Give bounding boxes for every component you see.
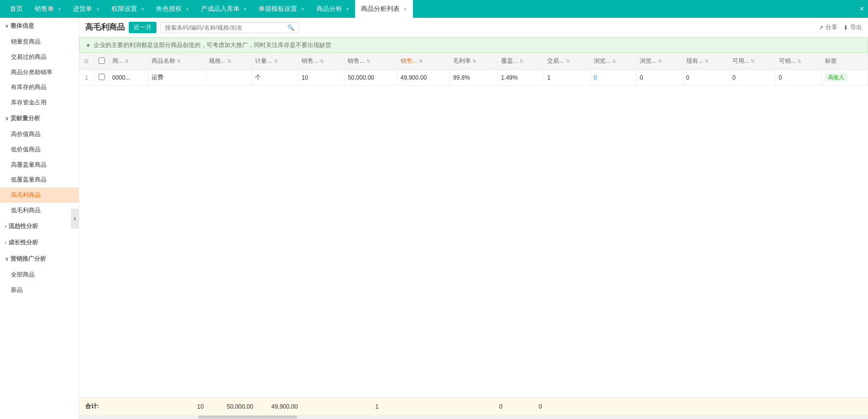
col-coverage[interactable]: 覆盖... ⇅ — [498, 53, 544, 70]
share-icon: ↗ — [818, 24, 823, 31]
sidebar-group-overview[interactable]: ∨ 整体信息 — [0, 18, 79, 34]
group-arrow-growth: › — [5, 240, 6, 245]
nav-role[interactable]: 角色授权 × — [150, 0, 195, 18]
row-current-stock: 0 — [683, 70, 729, 86]
main-content: 高毛利商品 近一月 🔍 ↗ 分享 ⬇ 导出 ✦ 企业的主要的利润都是这部分商品创… — [79, 18, 868, 419]
col-tag[interactable]: 标签 — [821, 53, 868, 70]
footer-current-stock: 0 — [499, 403, 539, 410]
col-name[interactable]: 商品名称 ⇅ — [149, 53, 206, 70]
row-view1-link[interactable]: 0 — [594, 74, 597, 81]
sort-avail-icon: ⇅ — [751, 58, 755, 64]
top-navigation: 首页 销售单 × 进货单 × 权限设置 × 角色授权 × 产成品入库单 × 单据… — [0, 0, 868, 18]
group-arrow-overview: ∨ — [5, 23, 8, 29]
col-view2[interactable]: 浏览... ⇅ — [637, 53, 683, 70]
close-sales-tab[interactable]: × — [58, 0, 61, 18]
col-sale-profit[interactable]: 销售... ⇅ — [397, 53, 450, 70]
tip-icon: ✦ — [86, 42, 91, 49]
row-avail-stock: 0 — [729, 70, 775, 86]
close-stock-in-tab[interactable]: × — [244, 0, 247, 18]
sidebar-item-low-margin[interactable]: 低毛利商品 — [0, 203, 79, 218]
nav-sales[interactable]: 销售单 × — [29, 0, 67, 18]
sidebar: ‹ ∨ 整体信息 销量贫商品 交易过的商品 商品分类助销率 有库存的商品 库存资… — [0, 18, 79, 419]
close-purchase-tab[interactable]: × — [96, 0, 99, 18]
sidebar-item-all-goods[interactable]: 全部商品 — [0, 267, 79, 282]
row-sale-profit: 49,900.00 — [397, 70, 450, 86]
export-button[interactable]: ⬇ 导出 — [843, 23, 862, 32]
col-current-stock[interactable]: 现有... ⇅ — [683, 53, 729, 70]
row-unit: 个 — [252, 70, 298, 86]
col-profit-rate[interactable]: 毛利率 ⇅ — [450, 53, 498, 70]
sidebar-item-high-coverage[interactable]: 高覆盖量商品 — [0, 157, 79, 173]
close-template-tab[interactable]: × — [301, 0, 304, 18]
footer-sale-qty: 10 — [197, 403, 227, 410]
filter-recent-month-button[interactable]: 近一月 — [129, 22, 156, 33]
col-checkbox — [94, 53, 109, 70]
col-code[interactable]: 商... ⇅ — [109, 53, 149, 70]
close-permission-tab[interactable]: × — [141, 0, 144, 18]
row-sale-amount: 50,000.00 — [345, 70, 397, 86]
col-view1[interactable]: 浏览... ⇅ — [590, 53, 636, 70]
close-analysis-list-tab[interactable]: × — [404, 0, 407, 18]
sidebar-item-low-sales[interactable]: 销量贫商品 — [0, 34, 79, 49]
row-view1: 0 — [590, 70, 636, 86]
nav-analysis-list[interactable]: 商品分析列表 × — [355, 0, 412, 18]
close-role-tab[interactable]: × — [186, 0, 189, 18]
row-profit-rate: 99.8% — [450, 70, 498, 86]
sidebar-group-contribution[interactable]: ∨ 贡献量分析 — [0, 110, 79, 127]
nav-stock-in[interactable]: 产成品入库单 × — [195, 0, 253, 18]
row-trade-count: 1 — [544, 70, 590, 86]
sidebar-item-high-margin[interactable]: 高毛利商品 — [0, 187, 79, 203]
search-input[interactable] — [165, 24, 285, 31]
sidebar-item-stock-capital[interactable]: 库存资金占用 — [0, 95, 79, 110]
sidebar-collapse-btn[interactable]: ‹ — [71, 209, 79, 229]
nav-purchase[interactable]: 进货单 × — [67, 0, 105, 18]
row-select-checkbox[interactable] — [99, 74, 105, 80]
footer-sale-profit: 49,900.00 — [271, 403, 316, 410]
export-icon: ⬇ — [843, 24, 848, 31]
sidebar-item-category-rate[interactable]: 商品分类助销率 — [0, 65, 79, 80]
data-table: ⚙ 商... ⇅ 商品名称 ⇅ — [79, 53, 868, 86]
sidebar-item-with-stock[interactable]: 有库存的商品 — [0, 80, 79, 95]
horizontal-scrollbar[interactable] — [79, 415, 868, 419]
sort-coverage-icon: ⇅ — [519, 58, 523, 64]
sort-sale-stock-icon: ⇅ — [797, 58, 801, 64]
sort-code-icon: ⇅ — [125, 58, 129, 64]
col-spec[interactable]: 规格... ⇅ — [205, 53, 252, 70]
sidebar-group-marketing[interactable]: ∨ 营销推广分析 — [0, 251, 79, 267]
footer-trade-count: 1 — [375, 403, 420, 410]
sidebar-item-low-value[interactable]: 低价值商品 — [0, 142, 79, 157]
close-all-button[interactable]: × — [860, 4, 864, 13]
sidebar-group-growth[interactable]: › 成长性分析 — [0, 234, 79, 251]
share-button[interactable]: ↗ 分享 — [818, 23, 837, 32]
select-all-checkbox[interactable] — [99, 57, 105, 64]
collapse-icon: ‹ — [74, 215, 76, 222]
nav-permission[interactable]: 权限设置 × — [105, 0, 150, 18]
tag-badge: 高收入 — [825, 73, 847, 81]
sidebar-item-high-value[interactable]: 高价值商品 — [0, 127, 79, 142]
sort-rate-icon: ⇅ — [472, 58, 476, 64]
col-sale-stock[interactable]: 可销... ⇅ — [775, 53, 821, 70]
row-coverage: 1.49% — [498, 70, 544, 86]
sidebar-group-trend[interactable]: › 流趋性分析 — [0, 218, 79, 234]
col-unit[interactable]: 计量... ⇅ — [252, 53, 298, 70]
search-box: 🔍 — [160, 22, 299, 33]
sidebar-item-new-goods[interactable]: 新品 — [0, 282, 79, 298]
col-trade-count[interactable]: 交易... ⇅ — [544, 53, 590, 70]
close-analysis-tab[interactable]: × — [346, 0, 349, 18]
row-name: 运费 — [149, 70, 206, 86]
nav-template[interactable]: 单据模板设置 × — [253, 0, 310, 18]
search-icon[interactable]: 🔍 — [287, 24, 295, 31]
nav-home[interactable]: 首页 — [4, 0, 29, 18]
sidebar-item-low-coverage[interactable]: 低覆盖量商品 — [0, 172, 79, 187]
row-sale-stock: 0 — [775, 70, 821, 86]
group-arrow-marketing: ∨ — [5, 256, 8, 262]
col-sale-amount[interactable]: 销售... ⇅ — [345, 53, 397, 70]
col-sale-qty[interactable]: 销售... ⇅ — [298, 53, 344, 70]
settings-icon[interactable]: ⚙ — [84, 58, 89, 65]
sort-view1-icon: ⇅ — [612, 58, 616, 64]
nav-analysis[interactable]: 商品分析 × — [310, 0, 355, 18]
scrollbar-thumb[interactable] — [198, 416, 297, 419]
sidebar-item-traded[interactable]: 交易过的商品 — [0, 49, 79, 65]
col-settings[interactable]: ⚙ — [79, 53, 94, 70]
col-avail-stock[interactable]: 可用... ⇅ — [729, 53, 775, 70]
